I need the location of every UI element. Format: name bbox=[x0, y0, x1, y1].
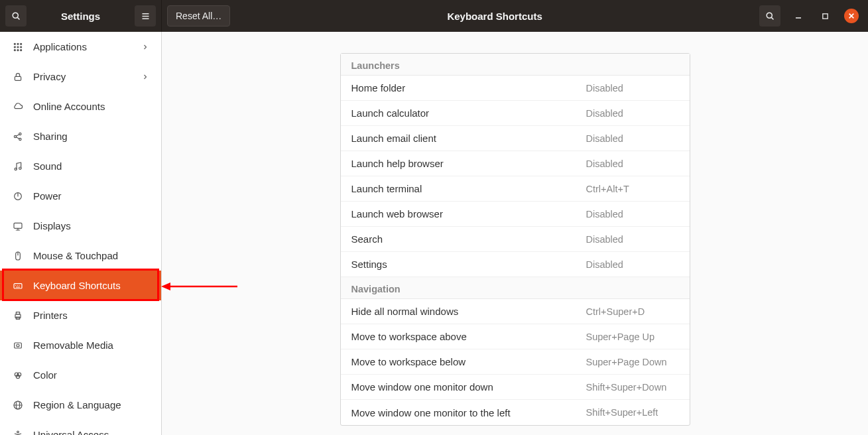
window-minimize-button[interactable] bbox=[791, 9, 806, 23]
minimize-icon bbox=[794, 12, 802, 20]
sidebar-item-label: Region & Language bbox=[33, 399, 149, 410]
shortcut-row[interactable]: Move to workspace belowSuper+Page Down bbox=[341, 349, 690, 375]
grid-icon bbox=[12, 42, 24, 52]
shortcut-row[interactable]: Move window one monitor downShift+Super+… bbox=[341, 375, 690, 400]
app-title: Settings bbox=[32, 11, 129, 22]
sidebar-item-sharing[interactable]: Sharing bbox=[0, 121, 161, 151]
svg-rect-20 bbox=[15, 76, 21, 80]
sidebar-item-label: Displays bbox=[33, 220, 149, 231]
svg-point-16 bbox=[21, 46, 22, 48]
shortcut-key-label: Super+Page Up bbox=[586, 332, 679, 342]
svg-rect-30 bbox=[14, 223, 22, 228]
shortcut-row[interactable]: Launch terminalCtrl+Alt+T bbox=[341, 176, 690, 202]
shortcut-row[interactable]: SearchDisabled bbox=[341, 227, 690, 252]
shortcut-action-label: Launch help browser bbox=[351, 158, 586, 169]
sidebar-item-color[interactable]: Color bbox=[0, 360, 161, 390]
svg-line-24 bbox=[16, 134, 19, 136]
music-icon bbox=[12, 161, 24, 172]
sidebar-item-label: Sharing bbox=[33, 131, 149, 142]
shortcut-row[interactable]: Launch help browserDisabled bbox=[341, 151, 690, 176]
sidebar-item-displays[interactable]: Displays bbox=[0, 211, 161, 241]
sidebar-item-universal-access[interactable]: Universal Access bbox=[0, 420, 161, 435]
search-icon bbox=[765, 11, 775, 21]
content-search-button[interactable] bbox=[759, 5, 780, 27]
cloud-icon bbox=[12, 101, 24, 112]
svg-point-17 bbox=[14, 49, 15, 50]
group-header: Launchers bbox=[341, 54, 690, 76]
svg-point-14 bbox=[14, 46, 15, 48]
sidebar-item-label: Printers bbox=[33, 310, 149, 321]
sidebar-item-keyboard-shortcuts[interactable]: Keyboard Shortcuts bbox=[0, 271, 161, 300]
shortcut-row[interactable]: Launch email clientDisabled bbox=[341, 126, 690, 151]
sidebar-item-printers[interactable]: Printers bbox=[0, 300, 161, 330]
reset-all-button[interactable]: Reset All… bbox=[167, 5, 230, 27]
shortcut-key-label: Disabled bbox=[586, 158, 679, 169]
sidebar-item-region-language[interactable]: Region & Language bbox=[0, 390, 161, 420]
chevron-right-icon bbox=[141, 43, 149, 51]
shortcuts-panel: LaunchersHome folderDisabledLaunch calcu… bbox=[340, 53, 690, 426]
shortcut-action-label: Launch calculator bbox=[351, 107, 586, 119]
sidebar-item-online-accounts[interactable]: Online Accounts bbox=[0, 92, 161, 121]
accessibility-icon bbox=[12, 430, 24, 436]
shortcut-action-label: Launch terminal bbox=[351, 183, 586, 194]
shortcut-action-label: Settings bbox=[351, 259, 586, 270]
sidebar-item-removable-media[interactable]: Removable Media bbox=[0, 330, 161, 360]
sidebar-item-sound[interactable]: Sound bbox=[0, 151, 161, 181]
share-icon bbox=[12, 131, 24, 142]
content-area: LaunchersHome folderDisabledLaunch calcu… bbox=[162, 32, 868, 435]
shortcut-key-label: Disabled bbox=[586, 209, 679, 219]
svg-point-26 bbox=[15, 168, 17, 170]
shortcut-key-label: Disabled bbox=[586, 108, 679, 119]
maximize-icon bbox=[822, 13, 829, 20]
svg-point-13 bbox=[21, 43, 22, 44]
display-icon bbox=[12, 221, 24, 231]
sidebar: ApplicationsPrivacyOnline AccountsSharin… bbox=[0, 32, 162, 435]
shortcut-row[interactable]: Home folderDisabled bbox=[341, 76, 690, 101]
shortcut-row[interactable]: Move window one monitor to the leftShift… bbox=[341, 400, 690, 425]
sidebar-item-mouse-touchpad[interactable]: Mouse & Touchpad bbox=[0, 241, 161, 271]
chevron-right-icon bbox=[141, 73, 149, 81]
shortcut-row[interactable]: SettingsDisabled bbox=[341, 252, 690, 277]
shortcut-key-label: Disabled bbox=[586, 83, 679, 93]
globe-icon bbox=[12, 400, 24, 410]
sidebar-search-button[interactable] bbox=[5, 5, 27, 27]
sidebar-item-label: Privacy bbox=[33, 71, 132, 82]
shortcut-row[interactable]: Hide all normal windowsCtrl+Super+D bbox=[341, 299, 690, 324]
shortcut-row[interactable]: Move to workspace aboveSuper+Page Up bbox=[341, 324, 690, 349]
shortcut-row[interactable]: Launch calculatorDisabled bbox=[341, 101, 690, 126]
close-icon bbox=[848, 13, 855, 19]
shortcut-key-label: Shift+Super+Down bbox=[586, 382, 679, 393]
svg-point-18 bbox=[17, 49, 19, 50]
sidebar-item-label: Power bbox=[33, 190, 149, 202]
svg-line-25 bbox=[16, 137, 19, 139]
sidebar-item-power[interactable]: Power bbox=[0, 181, 161, 211]
svg-point-5 bbox=[767, 13, 772, 18]
svg-rect-35 bbox=[14, 283, 22, 288]
shortcut-action-label: Launch email client bbox=[351, 133, 586, 144]
svg-rect-8 bbox=[822, 13, 827, 18]
svg-point-11 bbox=[14, 43, 15, 44]
svg-point-12 bbox=[17, 43, 19, 44]
sidebar-item-label: Keyboard Shortcuts bbox=[33, 280, 149, 291]
hamburger-menu-button[interactable] bbox=[135, 5, 156, 27]
sidebar-item-applications[interactable]: Applications bbox=[0, 32, 161, 62]
shortcut-row[interactable]: Launch web browserDisabled bbox=[341, 202, 690, 227]
shortcut-key-label: Ctrl+Alt+T bbox=[586, 184, 679, 194]
group-header: Navigation bbox=[341, 277, 690, 299]
titlebar: Settings Reset All… Keyboard Shortcuts bbox=[0, 0, 868, 32]
shortcut-action-label: Move window one monitor down bbox=[351, 381, 586, 393]
svg-point-0 bbox=[13, 13, 18, 18]
shortcut-key-label: Shift+Super+Left bbox=[586, 407, 679, 418]
window-close-button[interactable] bbox=[844, 9, 859, 23]
svg-rect-41 bbox=[16, 312, 19, 314]
shortcut-action-label: Hide all normal windows bbox=[351, 306, 586, 317]
hamburger-icon bbox=[141, 11, 151, 21]
printer-icon bbox=[12, 310, 24, 321]
window-maximize-button[interactable] bbox=[818, 9, 832, 23]
sidebar-item-label: Universal Access bbox=[33, 429, 149, 435]
page-title: Keyboard Shortcuts bbox=[235, 11, 754, 22]
shortcut-key-label: Disabled bbox=[586, 234, 679, 245]
sidebar-item-privacy[interactable]: Privacy bbox=[0, 62, 161, 92]
sidebar-item-label: Color bbox=[33, 369, 149, 381]
search-icon bbox=[11, 11, 21, 21]
